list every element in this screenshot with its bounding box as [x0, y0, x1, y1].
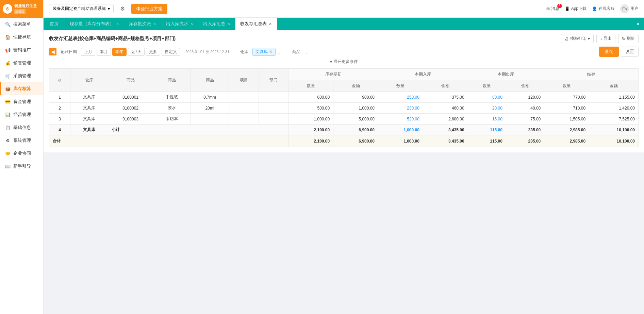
- export-button[interactable]: ↓ 导出: [596, 34, 615, 43]
- warehouse-tag-close[interactable]: ✕: [269, 49, 273, 54]
- refresh-button[interactable]: ↻ 刷新: [618, 34, 639, 43]
- sidebar-item-system[interactable]: ⚙系统管理: [0, 134, 43, 147]
- row-close-qty: 710.00: [544, 103, 589, 114]
- expand-conditions-button[interactable]: ▾ 展开更多条件: [49, 59, 639, 65]
- sidebar-item-inventory[interactable]: 📦库存核算: [0, 82, 43, 95]
- sidebar-item-collab[interactable]: 🤝企业协同: [0, 147, 43, 160]
- expand-row: ▾ 展开更多条件: [49, 59, 639, 65]
- logo-icon: 6: [3, 4, 12, 14]
- tab-label-1: 现存量（库存分布表）: [70, 21, 114, 27]
- sidebar-item-search[interactable]: 🔍搜索菜单: [0, 18, 43, 31]
- row-out-qty[interactable]: 20.00: [468, 103, 506, 114]
- filter-toggle-button[interactable]: ◀: [49, 48, 56, 55]
- warehouse-tag[interactable]: 文具库 ✕: [252, 48, 276, 56]
- warehouse-more-button[interactable]: ...: [278, 49, 281, 54]
- date-range-text: 2023-01-01 至 2023-12-31: [185, 49, 230, 54]
- expand-label: 展开更多条件: [333, 59, 358, 65]
- date-btn-last-month[interactable]: 上月: [81, 48, 95, 56]
- date-btn-7days[interactable]: 近7天: [128, 48, 145, 56]
- sidebar-item-marketing[interactable]: 📢营销推广: [0, 44, 43, 56]
- system-name: 装备及固定资产辅助管理系统: [53, 6, 106, 12]
- row-open-amt: 900.00: [333, 92, 378, 103]
- tab-item-0[interactable]: 首页: [44, 18, 65, 30]
- tab-item-1[interactable]: 现存量（库存分布表）✕: [65, 18, 124, 30]
- total-in-amt: 3,435.00: [423, 135, 468, 147]
- col-settings-header[interactable]: ⚙: [49, 69, 70, 92]
- goods-more-button[interactable]: ...: [304, 49, 308, 54]
- column-settings-button[interactable]: 设置: [621, 47, 639, 57]
- tab-close-3[interactable]: ✕: [190, 22, 193, 26]
- subtotal-in-qty[interactable]: 1,000.00: [378, 125, 423, 135]
- subtotal-open-qty: 2,100.00: [288, 125, 333, 135]
- message-button[interactable]: ✉ 消息 6: [546, 6, 559, 12]
- tab-close-5[interactable]: ✕: [269, 22, 272, 26]
- sidebar-item-purchase[interactable]: 🛒采购管理: [0, 69, 43, 82]
- row-in-amt: 2,600.00: [423, 114, 468, 125]
- row-in-amt: 460.00: [423, 103, 468, 114]
- sidebar-item-guide[interactable]: 📖新手引导: [0, 160, 43, 173]
- row-out-amt: 120.00: [506, 92, 544, 103]
- sidebar-item-finance[interactable]: 💳资金管理: [0, 95, 43, 108]
- content-area: 收发存汇总表(按仓库+商品编码+商品+规格型号+项目+部门) 🖨 模板打印 ▾ …: [44, 30, 644, 314]
- tab-item-4[interactable]: 出入库汇总✕: [198, 18, 235, 30]
- trial-button[interactable]: 体验行业方案: [131, 4, 167, 14]
- subtotal-close-amt: 10,100.00: [589, 125, 639, 135]
- row-dept: [259, 114, 288, 125]
- date-btn-this-month[interactable]: 本月: [97, 48, 111, 56]
- date-filter-label: 记账日期: [61, 49, 77, 55]
- subtotal-out-qty[interactable]: 115.00: [468, 125, 506, 135]
- opening-qty-header: 数量: [288, 80, 333, 92]
- row-dept: [259, 103, 288, 114]
- filter-bar: ◀ 记账日期 上月 本月 本年 近7天 更多 自定义 2023-01-01 至 …: [44, 43, 644, 68]
- tab-close-1[interactable]: ✕: [116, 22, 119, 26]
- user-menu-button[interactable]: Ea 用户: [620, 4, 639, 13]
- tab-close-4[interactable]: ✕: [227, 22, 230, 26]
- date-btn-more[interactable]: 更多: [146, 48, 160, 56]
- sidebar-label-guide: 新手引导: [13, 163, 31, 169]
- tab-item-5[interactable]: 收发存汇总表✕: [235, 18, 277, 30]
- row-in-qty[interactable]: 520.00: [378, 114, 423, 125]
- row-out-qty[interactable]: 80.00: [468, 92, 506, 103]
- tab-item-3[interactable]: 出入库流水✕: [161, 18, 198, 30]
- marketing-icon: 📢: [5, 48, 11, 53]
- sidebar-item-quicknav[interactable]: 🏠快捷导航: [0, 31, 43, 44]
- system-selector[interactable]: 装备及固定资产辅助管理系统 ▾: [49, 4, 114, 13]
- operation-icon: 📊: [5, 112, 11, 117]
- subtotal-row: 4 文具库 小计 2,100.00 6,900.00 1,000.00 3,43…: [49, 125, 639, 135]
- settings-gear-button[interactable]: ⚙: [118, 4, 127, 14]
- sidebar-label-basic: 基础信息: [13, 125, 31, 131]
- sidebar-label-marketing: 营销推广: [13, 47, 31, 53]
- total-close-qty: 2,985.00: [544, 135, 589, 147]
- sidebar-label-finance: 资金管理: [13, 99, 31, 105]
- row-in-qty[interactable]: 250.00: [378, 92, 423, 103]
- date-btn-custom[interactable]: 自定义: [162, 48, 180, 56]
- sidebar-item-sales[interactable]: 💰销售管理: [0, 56, 43, 69]
- print-button[interactable]: 🖨 模板打印 ▾: [561, 34, 594, 43]
- export-label: 导出: [604, 36, 612, 42]
- print-label: 模板打印: [570, 36, 587, 42]
- row-out-qty[interactable]: 15.00: [468, 114, 506, 125]
- total-label: 合计: [49, 135, 288, 147]
- sidebar-item-basic[interactable]: 📋基础信息: [0, 121, 43, 134]
- row-code: 0100003: [108, 114, 153, 125]
- tab-close-2[interactable]: ✕: [153, 22, 156, 26]
- row-no: 1: [49, 92, 70, 103]
- query-button[interactable]: 查询: [599, 47, 619, 57]
- tab-item-2[interactable]: 库存批次账✕: [124, 18, 161, 30]
- row-in-qty[interactable]: 230.00: [378, 103, 423, 114]
- total-out-amt: 235.00: [506, 135, 544, 147]
- date-btn-this-year[interactable]: 本年: [112, 48, 127, 56]
- out-amt-header: 金额: [506, 80, 544, 92]
- sidebar-item-operation[interactable]: 📊经营管理: [0, 108, 43, 121]
- table-row: 3 文具库 0100003 采访本 1,000.00 5,000.00 520.…: [49, 114, 639, 125]
- main-area: 装备及固定资产辅助管理系统 ▾ ⚙ 体验行业方案 ✉ 消息 6 📱 App下载 …: [44, 0, 644, 314]
- row-name: 中性笔: [153, 92, 191, 103]
- online-service-button[interactable]: 👤 在线客服: [592, 6, 615, 12]
- query-action-area: 查询 设置: [599, 47, 639, 57]
- app-download-button[interactable]: 📱 App下载: [565, 6, 587, 12]
- page-title: 收发存汇总表(按仓库+商品编码+商品+规格型号+项目+部门): [49, 36, 176, 42]
- sidebar-label-system: 系统管理: [13, 137, 31, 144]
- row-name: 采访本: [153, 114, 191, 125]
- close-all-tabs-button[interactable]: ✕: [632, 21, 644, 27]
- total-out-qty: 115.00: [468, 135, 506, 147]
